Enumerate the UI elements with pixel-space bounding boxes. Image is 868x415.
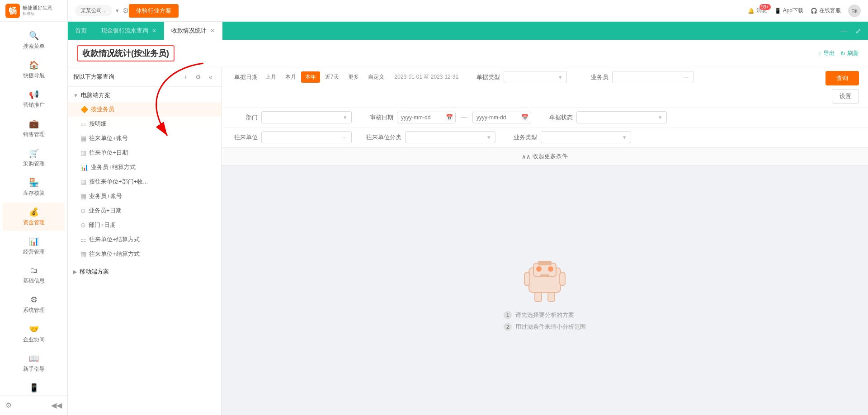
- scheme-item-unit-date[interactable]: ▦ 往来单位+日期: [68, 146, 221, 160]
- review-date-start: 📅: [397, 112, 456, 123]
- date-btn-last-month[interactable]: 上月: [261, 71, 280, 83]
- type-label: 单据类型: [473, 73, 500, 81]
- sidebar-item-hardware[interactable]: 📱 智能硬件: [3, 378, 65, 395]
- sidebar-item-nav[interactable]: 🏠 快捷导航: [3, 56, 65, 84]
- sidebar-item-system[interactable]: ⚙ 系统管理: [3, 290, 65, 319]
- tab-home[interactable]: 首页: [68, 27, 94, 35]
- unit-select[interactable]: ···: [261, 131, 352, 143]
- refresh-icon: ↻: [840, 50, 845, 57]
- date-btn-7days[interactable]: 近7天: [321, 71, 343, 83]
- unit-account-icon: ▦: [80, 135, 86, 142]
- status-label: 单据状态: [546, 113, 573, 122]
- tab-actions: — ⤢: [834, 24, 868, 37]
- add-scheme-button[interactable]: +: [180, 72, 190, 82]
- guide-icon: 📖: [29, 354, 39, 363]
- status-field-group: 单据状态 ▾: [546, 111, 667, 123]
- topbar-gear-icon[interactable]: ⚙: [123, 6, 129, 15]
- scheme-item-unit-account[interactable]: ▦ 往来单位+账号: [68, 131, 221, 146]
- tip-num-1: 1: [504, 311, 512, 319]
- dept-select[interactable]: ▾: [261, 111, 352, 123]
- export-icon: ↑: [819, 50, 822, 57]
- collapse-filter-button[interactable]: ∧∧ 收起更多条件: [222, 147, 868, 165]
- active-scheme-icon: 🔶: [80, 106, 88, 113]
- staff-select[interactable]: ···: [612, 71, 693, 83]
- sidebar-item-purchase[interactable]: 🛒 采购管理: [3, 144, 65, 172]
- tab-cashflow-close-icon[interactable]: ✕: [152, 28, 156, 34]
- staff-field-group: 业务员 ···: [581, 71, 693, 83]
- scheme-settings-button[interactable]: ⚙: [193, 72, 203, 82]
- sidebar-item-inventory[interactable]: 🏪 库存核算: [3, 173, 65, 202]
- sidebar-item-sales[interactable]: 💼 销售管理: [3, 114, 65, 143]
- type-select[interactable]: ▾: [504, 71, 567, 83]
- date-btn-more[interactable]: 更多: [344, 71, 363, 83]
- scheme-item-dept-date[interactable]: ⊙ 部门+日期: [68, 218, 221, 232]
- messages-button[interactable]: 🔔 消息 99+: [748, 7, 767, 14]
- app-download-button[interactable]: 📱 App下载: [774, 7, 803, 14]
- date-btn-this-year[interactable]: 本年: [301, 71, 320, 83]
- sidebar-item-marketing[interactable]: 📢 营销推广: [3, 85, 65, 113]
- online-service-button[interactable]: 🎧 在线客服: [811, 7, 841, 14]
- filter-row-1: 单据日期 上月 本月 本年 近7天 更多 自定义: [222, 67, 868, 108]
- date-divider: —: [461, 114, 467, 121]
- settings-footer-btn[interactable]: ⚙: [5, 401, 12, 410]
- query-button[interactable]: 查询: [826, 71, 859, 85]
- setting-button[interactable]: 设置: [832, 89, 859, 104]
- scheme-item-by-staff[interactable]: 🔶 按业务员: [68, 102, 221, 117]
- unit-category-arrow-icon: ▾: [487, 134, 491, 141]
- sidebar-item-guide[interactable]: 📖 新手引导: [3, 349, 65, 377]
- filter-panel: 单据日期 上月 本月 本年 近7天 更多 自定义: [222, 67, 868, 165]
- detail-icon: ⚏: [80, 120, 86, 127]
- sidebar-item-capital[interactable]: 💰 资金管理: [3, 203, 65, 231]
- date-tabs: 上月 本月 本年 近7天 更多 自定义: [261, 71, 388, 83]
- search-icon: 🔍: [29, 31, 39, 41]
- scheme-item-staff-account[interactable]: ▦ 业务员+账号: [68, 189, 221, 203]
- scheme-item-staff-settlement[interactable]: 📊 业务员+结算方式: [68, 160, 221, 174]
- date-label: 单据日期: [231, 73, 258, 81]
- user-avatar[interactable]: Rit: [848, 5, 861, 17]
- trial-button[interactable]: 体验行业方案: [129, 4, 179, 18]
- export-button[interactable]: ↑ 导出: [819, 49, 835, 57]
- staff-select-more-icon: ···: [684, 74, 689, 80]
- mobile-scheme-group-title[interactable]: ▶ 移动端方案: [68, 265, 221, 278]
- unit-more-icon[interactable]: ···: [342, 134, 347, 141]
- tab-bar: 首页 现金银行流水查询 ✕ 收款情况统计 ✕ — ⤢: [68, 22, 868, 40]
- tab-collection[interactable]: 收款情况统计 ✕: [164, 22, 222, 40]
- scheme-item-staff-date[interactable]: ⊙ 业务员+日期: [68, 203, 221, 218]
- collapse-panel-button[interactable]: «: [206, 72, 216, 82]
- topbar-user[interactable]: 某某公司...: [75, 5, 112, 16]
- date-btn-this-month[interactable]: 本月: [281, 71, 300, 83]
- pc-scheme-group-title[interactable]: ▼ 电脑端方案: [68, 89, 221, 102]
- sidebar-item-enterprise[interactable]: 🤝 企业协同: [3, 320, 65, 348]
- tab-cashflow[interactable]: 现金银行流水查询 ✕: [94, 22, 164, 40]
- dept-field-group: 部门 ▾: [231, 111, 352, 123]
- refresh-button[interactable]: ↻ 刷新: [840, 49, 859, 57]
- empty-illustration: [518, 250, 572, 304]
- sidebar-item-base[interactable]: 🗂 基础信息: [3, 261, 65, 289]
- scheme-item-unit-dept[interactable]: ▦ 按往来单位+部门+收...: [68, 174, 221, 189]
- topbar-dropdown-icon[interactable]: ▾: [116, 7, 119, 14]
- staff-settlement-icon: 📊: [80, 164, 88, 171]
- sidebar-item-operations[interactable]: 📊 经营管理: [3, 232, 65, 260]
- tab-minimize-btn[interactable]: —: [837, 24, 850, 37]
- svg-rect-5: [524, 272, 530, 286]
- left-panel-actions: + ⚙ «: [180, 72, 216, 82]
- empty-tip-2: 2 用过滤条件来缩小分析范围: [504, 323, 586, 331]
- operations-icon: 📊: [29, 236, 39, 246]
- system-icon: ⚙: [30, 295, 38, 305]
- tab-collection-close-icon[interactable]: ✕: [210, 28, 215, 34]
- date-range-display: 2023-01-01 至 2023-12-31: [395, 73, 458, 81]
- scheme-item-detail[interactable]: ⚏ 按明细: [68, 117, 221, 131]
- topbar-right: 🔔 消息 99+ 📱 App下载 🎧 在线客服 Rit: [748, 5, 861, 17]
- mobile-group-arrow-icon: ▶: [73, 269, 77, 275]
- date-btn-custom[interactable]: 自定义: [364, 71, 388, 83]
- scheme-item-unit-settlement1[interactable]: ⚏ 往来单位+结算方式: [68, 232, 221, 247]
- collapse-sidebar-btn[interactable]: ◀◀: [51, 401, 62, 410]
- scheme-item-unit-settlement2[interactable]: ▦ 往来单位+结算方式: [68, 247, 221, 261]
- tab-expand-btn[interactable]: ⤢: [852, 24, 864, 37]
- biz-type-select[interactable]: ▾: [541, 131, 631, 143]
- status-select[interactable]: ▾: [576, 111, 667, 123]
- sidebar-item-search[interactable]: 🔍 搜索菜单: [3, 26, 65, 55]
- unit-category-select[interactable]: ▾: [405, 131, 495, 143]
- collapse-icon: ∧∧: [522, 153, 531, 160]
- tip-num-2: 2: [504, 323, 512, 331]
